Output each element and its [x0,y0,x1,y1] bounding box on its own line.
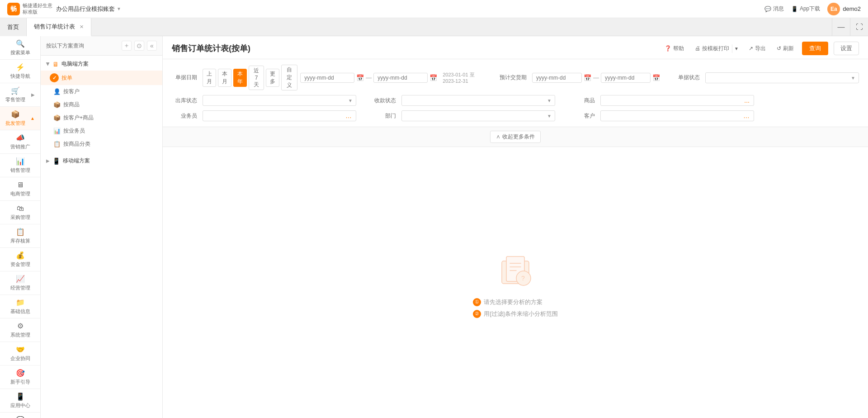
quick-nav-icon: ⚡ [16,63,25,71]
sidebar-item-search-menu[interactable]: 🔍 搜索菜单 [0,36,40,60]
app-center-icon: 📱 [16,392,25,401]
scheme-item-by-category[interactable]: 📋 按商品分类 [41,138,162,151]
workspace-selector[interactable]: 办公用品行业模拟账套 ▼ [56,5,121,13]
settings-button[interactable]: 设置 [834,42,859,55]
customer-more-icon[interactable]: … [741,112,751,119]
tab-sales-order-stats[interactable]: 销售订单统计表 ✕ [27,18,91,36]
query-button[interactable]: 查询 [802,42,828,55]
calendar-from-icon[interactable]: 📅 [356,74,364,81]
print-main-btn[interactable]: 🖨 按模板打印 [692,43,732,54]
svg-text:?: ? [521,275,525,282]
tab-home[interactable]: 首页 [0,18,27,36]
message-button[interactable]: 💬 消息 [764,5,784,13]
calendar-delivery-from-icon[interactable]: 📅 [584,74,591,81]
filter-row-3: 业务员 … 部门 ▼ 客户 … [172,110,859,121]
export-icon: ↗ [749,45,753,52]
page-title: 销售订单统计表(按单) [172,43,250,54]
expected-delivery-control: 📅 — 📅 [532,73,660,83]
order-status-select[interactable] [705,72,859,83]
product-input-wrap: ... [600,95,754,106]
export-button[interactable]: ↗ 导出 [746,43,769,54]
scheme-panel-header: 按以下方案查询 ＋ ⊙ « [41,36,162,56]
tab-bar: 首页 销售订单统计表 ✕ — ⛶ [0,18,868,36]
logo-icon: 畅 [7,3,20,15]
help-icon: ❓ [665,45,671,52]
customer-input[interactable] [600,110,754,121]
payment-status-select-wrap: ▼ [401,95,555,106]
this-month-btn[interactable]: 本月 [218,69,231,87]
scheme-item-by-order[interactable]: ✓ 按单 [41,71,162,85]
scheme-settings-button[interactable]: ⊙ [134,41,144,51]
print-dropdown-arrow[interactable]: ▼ [732,44,741,53]
this-year-btn[interactable]: 本年 [233,69,247,87]
sidebar-item-basic-info[interactable]: 📁 基础信息 [0,295,40,318]
expected-delivery-from-input[interactable] [532,73,582,83]
tab-close-icon[interactable]: ✕ [80,24,84,30]
last-7-days-btn[interactable]: 近7天 [249,66,264,90]
sidebar-item-enterprise-wechat[interactable]: 💬 企业微信 [0,413,40,418]
date-label: 单据日期 [172,74,197,81]
sidebar-item-system[interactable]: ⚙ 系统管理 [0,318,40,342]
sidebar-item-retail[interactable]: 🛒 零售管理 ▶ [0,83,40,107]
scheme-group-header-mobile[interactable]: ▶ 📱 移动端方案 [41,154,162,167]
purchase-icon: 🛍 [17,204,24,213]
date-range-inputs: 📅 — 📅 [300,73,437,83]
print-template-button[interactable]: 🖨 按模板打印 ▼ [692,43,741,54]
scheme-group-header-pc[interactable]: ▶ 🖥 电脑端方案 [41,57,162,71]
delivery-date-separator: — [593,74,599,81]
scheme-panel: 按以下方案查询 ＋ ⊙ « ▶ 🖥 电脑端方案 ✓ 按单 [41,36,163,418]
sidebar-item-finance[interactable]: 💰 资金管理 [0,248,40,271]
top-bar: 畅 畅捷通好生意 标准版 办公用品行业模拟账套 ▼ 💬 消息 📱 App下载 E… [0,0,868,18]
sidebar-item-new-guide[interactable]: 🎯 新手引导 [0,366,40,389]
sidebar-item-sales[interactable]: 📊 销售管理 [0,154,40,177]
scheme-item-by-salesperson[interactable]: 📊 按业务员 [41,124,162,138]
salesperson-label: 业务员 [172,112,197,120]
scheme-item-by-product[interactable]: 📦 按商品 [41,98,162,111]
user-area[interactable]: Ea demo2 [827,3,861,15]
scheme-collapse-button[interactable]: « [147,41,157,51]
more-date-btn[interactable]: 更多 [266,69,279,87]
refresh-button[interactable]: ↺ 刷新 [774,43,797,54]
scheme-item-by-customer-product[interactable]: 📦 按客户+商品 [41,111,162,124]
date-from-input[interactable] [300,73,354,83]
last-month-btn[interactable]: 上月 [203,69,216,87]
sidebar-item-enterprise-collab[interactable]: 🤝 企业协同 [0,342,40,366]
chevron-down-icon: ▼ [117,6,121,11]
calendar-delivery-to-icon[interactable]: 📅 [652,74,660,81]
expected-delivery-to-input[interactable] [601,73,651,83]
salesperson-more-icon[interactable]: … [344,112,354,119]
sidebar-item-ecommerce[interactable]: 🖥 电商管理 [0,177,40,201]
payment-status-select[interactable] [401,95,555,106]
calendar-to-icon[interactable]: 📅 [429,74,437,81]
expand-arrow-icon: ▶ [46,62,51,66]
filter-row-1: 单据日期 上月 本月 本年 近7天 更多 自定义 📅 [172,65,859,90]
sidebar-item-quick-nav[interactable]: ⚡ 快捷导航 [0,60,40,83]
app-download-button[interactable]: 📱 App下载 [791,5,820,13]
custom-date-btn[interactable]: 自定义 [281,65,297,90]
product-input[interactable] [600,95,754,106]
guide-icon: 🎯 [16,369,25,377]
maximize-button[interactable]: ⛶ [850,18,868,36]
sidebar-item-inventory[interactable]: 📋 库存核算 [0,224,40,248]
sidebar-item-marketing[interactable]: 📣 营销推广 [0,130,40,154]
collapse-conditions-button[interactable]: ∧ 收起更多条件 [490,131,540,143]
message-icon: 💬 [764,6,771,12]
product-more-icon[interactable]: ... [742,97,751,104]
mobile-expand-arrow-icon: ▶ [46,158,50,163]
minimize-button[interactable]: — [832,18,850,36]
department-select[interactable] [401,110,555,121]
customer-product-scheme-icon: 📦 [53,114,61,121]
sidebar-item-wholesale[interactable]: 📦 批发管理 ▲ [0,107,40,130]
sidebar-item-app-center[interactable]: 📱 应用中心 [0,389,40,413]
sidebar-item-purchase[interactable]: 🛍 采购管理 [0,201,40,224]
date-to-input[interactable] [373,73,428,83]
help-button[interactable]: ❓ 帮助 [662,43,687,54]
delivery-status-select[interactable] [203,95,356,106]
salesperson-input[interactable] [203,110,356,121]
scheme-add-button[interactable]: ＋ [122,41,132,51]
product-label: 商品 [570,97,595,104]
scheme-panel-actions: ＋ ⊙ « [122,41,157,51]
scheme-item-by-customer[interactable]: 👤 按客户 [41,85,162,98]
sidebar-item-operations[interactable]: 📈 经营管理 [0,271,40,295]
chevron-right-icon: ▶ [31,92,35,97]
